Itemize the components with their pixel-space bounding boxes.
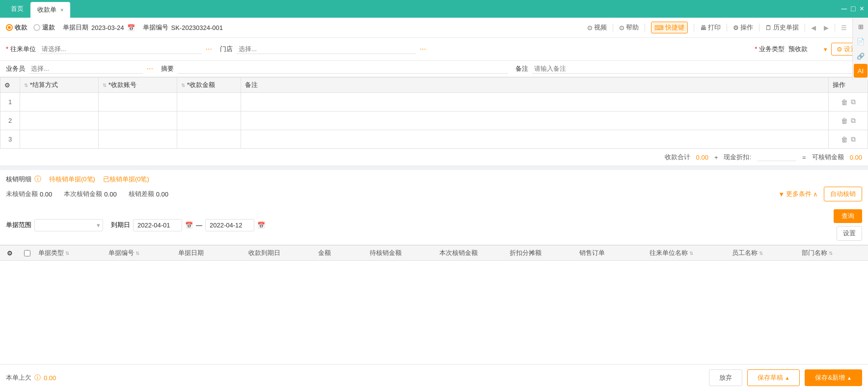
remark-cell-3[interactable]: [241, 130, 829, 149]
right-panel-link-icon[interactable]: 🔗: [854, 49, 868, 63]
settings-col-header[interactable]: ⚙: [0, 78, 20, 93]
doc-range-select[interactable]: [34, 219, 103, 231]
draft-dropdown-icon[interactable]: ▲: [785, 375, 790, 381]
history-label: 历史单据: [773, 23, 799, 32]
delete-icon-3[interactable]: 🗑: [841, 136, 848, 143]
account-col-header: ⇅ *收款账号: [99, 78, 177, 93]
row-num-3: 3: [0, 130, 20, 149]
abandon-button[interactable]: 放弃: [709, 369, 742, 386]
account-cell-3[interactable]: [99, 130, 177, 149]
prev-icon[interactable]: ◀: [811, 24, 816, 31]
print-btn[interactable]: 🖶 打印: [700, 23, 721, 32]
summary-input[interactable]: [178, 64, 508, 74]
cash-discount-input[interactable]: [757, 153, 796, 161]
verify-info-icon[interactable]: ⓘ: [34, 175, 41, 184]
settlement-cell-2[interactable]: [20, 112, 99, 130]
store-field: 门店 ···: [220, 43, 426, 56]
calendar-icon[interactable]: 📅: [127, 24, 135, 31]
amount-col-header: ⇅ *收款金额: [177, 78, 241, 93]
calendar-from-icon[interactable]: 📅: [185, 222, 193, 229]
doc-num-field: 单据编号 SK-20230324-001: [143, 23, 223, 32]
copy-icon-1[interactable]: ⧉: [851, 98, 856, 106]
right-panel-active-icon[interactable]: AI: [854, 64, 868, 78]
delete-icon-1[interactable]: 🗑: [841, 98, 848, 106]
save-new-button[interactable]: 保存&新增 ▲: [805, 369, 862, 386]
verify-settings-col[interactable]: ⚙: [0, 250, 20, 257]
delete-icon-2[interactable]: 🗑: [841, 117, 848, 125]
verify-diff-stat: 核销差额 0.00: [129, 190, 168, 198]
receipt-table: ⚙ ⇅ *结算方式 ⇅ *收款账号 ⇅ *收款金额 备注 操作: [0, 77, 868, 149]
staff-input[interactable]: [29, 64, 143, 74]
history-btn[interactable]: 🗒 历史单据: [765, 23, 799, 32]
amount-cell-2[interactable]: [177, 112, 241, 130]
minimize-icon[interactable]: ─: [841, 4, 847, 13]
radio-receipt[interactable]: 收款: [6, 23, 27, 32]
auto-verify-btn[interactable]: 自动核销: [824, 187, 862, 201]
shortcut-btn[interactable]: ⌨ 快捷键: [651, 22, 688, 33]
counterpart-sort-icon[interactable]: ⇅: [689, 251, 693, 256]
business-type-field: * 业务类型 预收款 ▾ ⚙ 设置: [434, 43, 862, 56]
business-type-dropdown-icon[interactable]: ▾: [824, 46, 827, 53]
verify-checkbox-col[interactable]: [20, 250, 34, 256]
account-cell-2[interactable]: [99, 112, 177, 130]
store-more-btn[interactable]: ···: [420, 45, 426, 54]
remark-cell-2[interactable]: [241, 112, 829, 130]
action-cell-3: 🗑 ⧉: [829, 130, 868, 149]
next-icon[interactable]: ▶: [824, 24, 829, 31]
date-to-input[interactable]: [205, 219, 254, 231]
calendar-to-icon[interactable]: 📅: [257, 222, 265, 229]
tab-home-label: 首页: [11, 4, 24, 13]
tab-receipt[interactable]: 收款单 ×: [30, 2, 70, 18]
list-view-icon[interactable]: ☰: [841, 24, 847, 31]
tab-close-icon[interactable]: ×: [60, 7, 63, 13]
row-num-1: 1: [0, 93, 20, 112]
bottom-info-value: 0.00: [44, 374, 56, 382]
date-from-input[interactable]: [133, 219, 182, 231]
verify-tab-pending[interactable]: 待核销单据(0笔): [49, 175, 95, 184]
settlement-cell-3[interactable]: [20, 130, 99, 149]
dept-sort-icon[interactable]: ⇅: [829, 251, 833, 256]
select-all-checkbox[interactable]: [24, 250, 30, 256]
close-icon[interactable]: ×: [860, 4, 864, 13]
copy-icon-2[interactable]: ⧉: [851, 116, 856, 125]
remark-input[interactable]: [532, 64, 862, 74]
amount-cell-3[interactable]: [177, 130, 241, 149]
counterpart-more-btn[interactable]: ···: [206, 45, 212, 54]
radio-refund[interactable]: 退款: [33, 23, 55, 32]
store-input[interactable]: [237, 44, 416, 54]
staff-sort-icon[interactable]: ⇅: [759, 251, 763, 256]
remark-cell-1[interactable]: [241, 93, 829, 112]
staff-label: 业务员: [6, 64, 25, 73]
operation-btn[interactable]: ⚙ 操作: [733, 23, 753, 32]
divider4: [727, 24, 727, 31]
bottom-actions: 放弃 保存草稿 ▲ 保存&新增 ▲: [709, 369, 862, 386]
save-dropdown-icon[interactable]: ▲: [847, 375, 852, 381]
staff-more-btn[interactable]: ···: [147, 64, 153, 73]
copy-icon-3[interactable]: ⧉: [851, 135, 856, 143]
current-verify-stat: 本次核销金额 0.00: [64, 190, 116, 198]
restore-icon[interactable]: □: [851, 4, 856, 13]
settlement-cell-1[interactable]: [20, 93, 99, 112]
doc-num-sort-icon[interactable]: ⇅: [136, 251, 139, 256]
date-range-field: 到期日 📅 — 📅: [111, 219, 265, 231]
due-date-col-header: 收款到期日: [244, 249, 315, 257]
right-panel-doc-icon[interactable]: 📄: [854, 34, 868, 48]
save-draft-button[interactable]: 保存草稿 ▲: [747, 369, 800, 386]
query-button[interactable]: 查询: [834, 209, 862, 223]
video-btn[interactable]: ⊙ 视频: [587, 23, 607, 32]
help-btn[interactable]: ⊙ 帮助: [619, 23, 639, 32]
counterpart-col-header: 往来单位名称 ⇅: [646, 249, 728, 257]
date-range-dash: —: [196, 222, 202, 229]
amount-cell-1[interactable]: [177, 93, 241, 112]
remark-field: 备注: [515, 64, 862, 74]
verify-settings-btn[interactable]: 设置: [837, 226, 862, 241]
toolbar-right: ⊙ 视频 ⊙ 帮助 ⌨ 快捷键 🖶 打印 ⚙ 操作: [587, 22, 862, 33]
more-conditions-btn[interactable]: ▼ 更多条件 ∧: [778, 190, 818, 198]
doc-type-sort-icon[interactable]: ⇅: [65, 251, 69, 256]
verify-tab-done[interactable]: 已核销单据(0笔): [103, 175, 149, 184]
right-panel-table-icon[interactable]: ⊞: [854, 20, 868, 33]
counterpart-input[interactable]: [40, 44, 202, 54]
tab-home[interactable]: 首页: [4, 0, 30, 18]
print-label: 打印: [708, 23, 721, 32]
account-cell-1[interactable]: [99, 93, 177, 112]
